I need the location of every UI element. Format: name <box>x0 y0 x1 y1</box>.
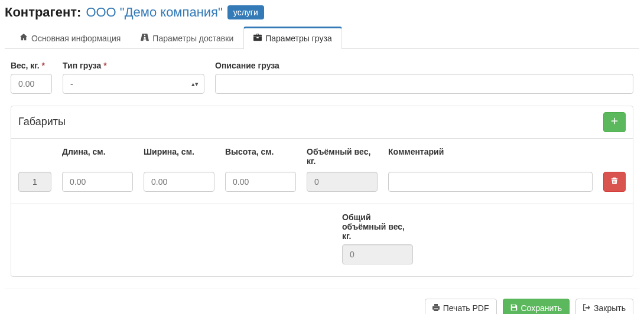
delete-row-button[interactable] <box>603 172 626 192</box>
length-input[interactable] <box>62 172 133 192</box>
volweight-label: Объёмный вес, кг. <box>307 147 378 168</box>
total-volweight-input <box>342 244 413 264</box>
tab-label: Параметры доставки <box>152 34 233 43</box>
save-icon <box>510 303 518 314</box>
dimensions-panel: Габариты Длина, см. Ширина, см. Высо <box>11 106 633 277</box>
tab-delivery-params[interactable]: Параметры доставки <box>131 27 243 49</box>
height-input[interactable] <box>225 172 296 192</box>
company-link[interactable]: ООО "Демо компания" <box>86 5 222 20</box>
cargo-type-label: Тип груза * <box>63 61 204 70</box>
tab-cargo-params[interactable]: Параметры груза <box>243 27 341 49</box>
button-label: Закрыть <box>594 303 626 314</box>
page-title-prefix: Контрагент: <box>5 5 81 20</box>
volweight-input <box>307 172 378 192</box>
row-index-input <box>18 172 51 192</box>
close-button[interactable]: Закрыть <box>575 299 633 314</box>
total-volweight-label: Общий объёмный вес, кг. <box>342 212 413 241</box>
print-icon <box>432 303 440 314</box>
button-label: Сохранить <box>521 303 562 314</box>
cargo-type-select[interactable]: - <box>63 74 204 94</box>
width-label: Ширина, см. <box>144 147 214 168</box>
plus-icon <box>611 116 618 128</box>
road-icon <box>141 33 149 43</box>
weight-input[interactable] <box>11 74 52 94</box>
print-pdf-button[interactable]: Печать PDF <box>425 299 497 314</box>
tab-main-info[interactable]: Основная информация <box>9 27 131 49</box>
signout-icon <box>583 303 590 314</box>
weight-label: Вес, кг. * <box>11 61 52 70</box>
dimensions-title: Габариты <box>18 116 66 128</box>
width-input[interactable] <box>144 172 214 192</box>
empty-label <box>18 147 51 168</box>
trash-icon <box>611 176 618 188</box>
length-label: Длина, см. <box>62 147 133 168</box>
cargo-desc-input[interactable] <box>215 74 633 94</box>
height-label: Высота, см. <box>225 147 296 168</box>
add-row-button[interactable] <box>603 112 626 132</box>
comment-label: Комментарий <box>388 147 593 168</box>
cargo-desc-label: Описание груза <box>215 61 633 70</box>
empty-label <box>603 147 626 168</box>
tab-label: Параметры груза <box>265 34 331 43</box>
save-button[interactable]: Сохранить <box>503 299 570 314</box>
tabs: Основная информация Параметры доставки П… <box>5 26 639 49</box>
tab-label: Основная информация <box>31 34 121 43</box>
comment-input[interactable] <box>388 172 593 192</box>
briefcase-icon <box>253 33 262 43</box>
button-label: Печать PDF <box>443 303 489 314</box>
home-icon <box>19 33 28 43</box>
services-badge: услуги <box>227 5 264 19</box>
